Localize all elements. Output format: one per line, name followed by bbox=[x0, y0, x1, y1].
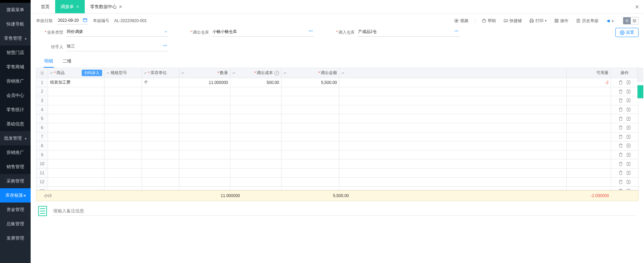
video-button[interactable]: 视频 bbox=[453, 17, 470, 24]
delete-row-icon[interactable] bbox=[618, 135, 623, 139]
add-row-icon[interactable] bbox=[626, 153, 631, 157]
help-button[interactable]: 帮助 bbox=[480, 17, 497, 24]
sort-icon[interactable]: ▴▾ bbox=[232, 72, 235, 74]
rail-tab-1[interactable] bbox=[637, 68, 643, 82]
add-row-icon[interactable] bbox=[626, 143, 631, 148]
table-row[interactable]: 10 bbox=[36, 159, 638, 169]
cell-product[interactable]: 组装加工费 bbox=[48, 78, 104, 87]
add-row-icon[interactable] bbox=[626, 89, 631, 94]
add-row-icon[interactable] bbox=[626, 107, 631, 112]
sort-icon[interactable]: ▴▾ bbox=[181, 72, 184, 74]
page-tab[interactable]: 首页 bbox=[35, 0, 55, 13]
ellipsis-icon[interactable]: ⋯ bbox=[454, 29, 459, 33]
cell-unit[interactable]: 个 bbox=[142, 78, 179, 87]
table-row[interactable]: 2 bbox=[36, 87, 638, 97]
sidebar-item[interactable]: 搜索菜单 bbox=[0, 3, 31, 17]
print-button[interactable]: 打印 ▾ bbox=[528, 17, 548, 24]
sidebar-item[interactable]: 销售管理 bbox=[0, 160, 31, 174]
sidebar-item[interactable]: 快捷导航 bbox=[0, 17, 31, 31]
add-row-icon[interactable] bbox=[626, 125, 631, 130]
col-cost[interactable]: ▴▾ *调出成本 bbox=[230, 68, 281, 78]
col-available[interactable]: 可用量 bbox=[567, 68, 611, 78]
add-row-icon[interactable] bbox=[626, 171, 631, 175]
sidebar-item[interactable]: 零售统计 bbox=[0, 103, 31, 117]
calendar-icon[interactable] bbox=[83, 18, 87, 22]
col-product[interactable]: ▴▾ *商品 扫码录入 bbox=[48, 68, 104, 78]
sidebar-item[interactable]: 发票管理 bbox=[0, 231, 31, 245]
table-row[interactable]: 4 bbox=[36, 105, 638, 115]
col-spec[interactable]: ▴▾ 规格型号 bbox=[104, 68, 142, 78]
sidebar-item[interactable]: 批发管理▲ bbox=[0, 131, 31, 145]
delete-row-icon[interactable] bbox=[618, 162, 623, 166]
prev-doc-button[interactable]: ◀ bbox=[606, 18, 610, 23]
view-grid-button[interactable] bbox=[631, 17, 638, 24]
sidebar-item[interactable]: 零售管理▲ bbox=[0, 31, 31, 46]
delete-row-icon[interactable] bbox=[618, 117, 623, 121]
cell-amount[interactable]: 5,500.00 bbox=[281, 78, 339, 87]
sidebar-item[interactable]: 资金管理 bbox=[0, 203, 31, 217]
table-row[interactable]: 5 bbox=[36, 114, 638, 123]
sidebar-item[interactable]: 采购管理 bbox=[0, 174, 31, 188]
page-tab[interactable]: 零售数据中心✕ bbox=[85, 0, 128, 13]
date-input[interactable]: 2022-09-20 bbox=[57, 17, 88, 24]
remark-input[interactable] bbox=[52, 206, 637, 216]
view-list-button[interactable] bbox=[623, 17, 631, 24]
delete-row-icon[interactable] bbox=[618, 153, 623, 157]
handler-lookup[interactable]: 张三 ⋯ bbox=[66, 42, 168, 51]
close-icon[interactable]: ✕ bbox=[76, 4, 79, 9]
sort-icon[interactable]: ▴▾ bbox=[284, 72, 286, 74]
col-amount[interactable]: ▴▾ *调出金额 bbox=[281, 68, 339, 78]
biz-type-select[interactable]: 同价调拨 ⌄ bbox=[66, 28, 168, 37]
sidebar-item[interactable]: 总账管理 bbox=[0, 217, 31, 231]
operate-button[interactable]: 操作 bbox=[553, 17, 570, 24]
sidebar-item[interactable]: 库存核算◀ bbox=[0, 188, 31, 203]
sidebar-item[interactable]: 智慧门店 bbox=[0, 46, 31, 60]
sidebar-item[interactable]: 会员中心 bbox=[0, 88, 31, 103]
delete-row-icon[interactable] bbox=[618, 98, 623, 103]
table-row[interactable]: 8 bbox=[36, 141, 638, 151]
sidebar-item[interactable]: 营销推广 bbox=[0, 145, 31, 160]
add-row-icon[interactable] bbox=[626, 180, 631, 184]
ellipsis-icon[interactable]: ⋯ bbox=[309, 29, 313, 33]
add-row-icon[interactable] bbox=[626, 162, 631, 166]
col-unit[interactable]: ▴▾ *库存单位 bbox=[142, 68, 179, 78]
table-row[interactable]: 12 bbox=[36, 178, 638, 187]
add-row-icon[interactable] bbox=[626, 135, 631, 139]
delete-row-icon[interactable] bbox=[618, 143, 623, 148]
table-row[interactable]: 1组装加工费个11.000000500.005,500.00-2 bbox=[36, 78, 638, 87]
table-row[interactable]: 9 bbox=[36, 151, 638, 160]
delete-row-icon[interactable] bbox=[618, 80, 623, 85]
scan-entry-button[interactable]: 扫码录入 bbox=[82, 70, 102, 76]
delete-row-icon[interactable] bbox=[618, 171, 623, 175]
sort-icon[interactable]: ▴▾ bbox=[50, 72, 53, 74]
delete-row-icon[interactable] bbox=[618, 107, 623, 112]
ellipsis-icon[interactable]: ⋯ bbox=[163, 43, 167, 48]
shortcut-button[interactable]: 快捷键 bbox=[502, 17, 523, 24]
sort-icon[interactable]: ▴▾ bbox=[107, 72, 109, 74]
add-row-icon[interactable] bbox=[626, 117, 631, 121]
column-settings-button[interactable] bbox=[36, 68, 48, 78]
table-row[interactable]: 6 bbox=[36, 123, 638, 133]
cell-qty[interactable]: 11.000000 bbox=[179, 78, 230, 87]
table-row[interactable]: 3 bbox=[36, 96, 638, 105]
add-row-icon[interactable] bbox=[626, 189, 631, 190]
col-qty[interactable]: ▴▾ *数量 bbox=[179, 68, 230, 78]
out-warehouse-lookup[interactable]: 小畅小畅仓库 ⋯ bbox=[212, 28, 314, 37]
history-button[interactable]: 历史单据 bbox=[575, 17, 600, 24]
delete-row-icon[interactable] bbox=[618, 180, 623, 184]
settings-button[interactable]: 设置 bbox=[615, 28, 639, 37]
add-row-icon[interactable] bbox=[626, 98, 631, 103]
add-row-icon[interactable] bbox=[626, 80, 631, 85]
cell-cost[interactable]: 500.00 bbox=[230, 78, 281, 87]
table-row[interactable]: 11 bbox=[36, 169, 638, 178]
next-doc-button[interactable]: ▶ bbox=[611, 18, 615, 23]
tab-detail[interactable]: 明细 bbox=[44, 56, 54, 68]
close-all-tabs-icon[interactable]: ✕ bbox=[635, 3, 639, 10]
table-row[interactable]: 7 bbox=[36, 133, 638, 142]
tab-2d[interactable]: 二维 bbox=[62, 56, 72, 68]
page-tab[interactable]: 调拨单✕ bbox=[55, 0, 85, 13]
sort-icon[interactable]: ▴▾ bbox=[144, 72, 147, 74]
table-row[interactable]: 13 bbox=[36, 187, 638, 190]
sidebar-item[interactable]: 基础信息 bbox=[0, 117, 31, 131]
delete-row-icon[interactable] bbox=[618, 125, 623, 130]
